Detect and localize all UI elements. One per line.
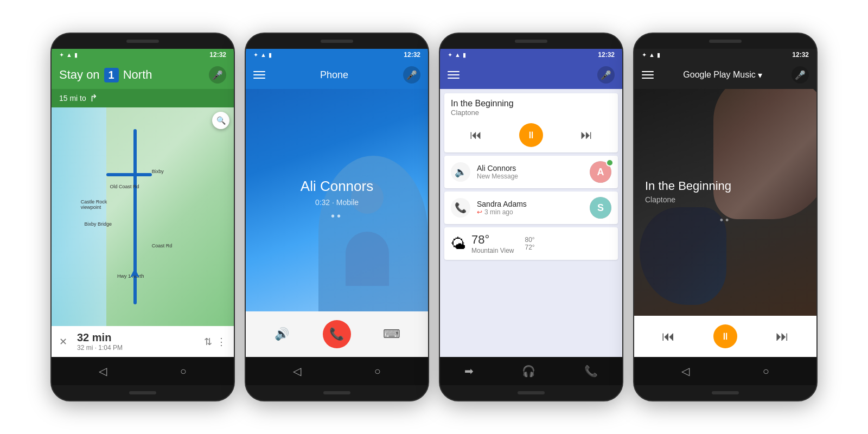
dash-status-time: 12:32: [598, 51, 615, 59]
player-next-button[interactable]: ⏭: [776, 329, 789, 344]
phone-bottom-3: [440, 385, 622, 400]
more-options-icon[interactable]: ⋮: [216, 336, 226, 348]
bottom-speaker-4: [712, 391, 739, 394]
ali-avatar-container: A: [590, 161, 611, 183]
call-status-time: 12:32: [404, 51, 420, 59]
battery-icon-2: ▮: [269, 52, 272, 59]
phone-top-notch: [52, 34, 234, 49]
map-search-button[interactable]: 🔍: [212, 112, 229, 129]
status-bar: ✦ ▲ ▮ 12:32: [52, 49, 234, 61]
dashboard-cards: In the Beginning Claptone ⏮ ⏸ ⏭ 🔈 Ali Co…: [440, 89, 622, 357]
speaker-button[interactable]: 🔊: [268, 320, 296, 348]
call-nav-bar: ◁ ○: [246, 357, 428, 385]
back-nav-icon-2[interactable]: ◁: [293, 365, 301, 378]
phone-music: ✦ ▲ ▮ 12:32 Google Play Music ▾ 🎤: [633, 33, 818, 401]
maps-nav-bar: ◁ ○: [52, 357, 234, 385]
weather-location: Mountain View: [471, 247, 514, 254]
maps-instruction: Stay on 1 North: [59, 68, 203, 82]
map-label-castlerock: Castle Rockviewpoint: [81, 199, 107, 210]
weather-temp: 78°: [471, 233, 514, 247]
music-status-bar: ✦ ▲ ▮ 12:32: [634, 49, 816, 61]
speaker-grill-3: [515, 40, 547, 43]
notification-sandra-card[interactable]: 📞 Sandra Adams ↩ 3 min ago S: [444, 192, 618, 224]
pause-button[interactable]: ⏸: [519, 123, 543, 147]
battery-icon-3: ▮: [463, 52, 466, 59]
dashboard-screen: ✦ ▲ ▮ 12:32 🎤: [440, 49, 622, 385]
keypad-button[interactable]: ⌨: [378, 320, 406, 348]
bottom-speaker: [129, 391, 156, 394]
notification-ali-card[interactable]: 🔈 Ali Connors New Message A: [444, 156, 618, 188]
weather-temp-display: 78° Mountain View: [471, 233, 514, 254]
music-player-header: Google Play Music ▾ 🎤: [634, 61, 816, 89]
music-app-name: Google Play Music ▾: [683, 70, 762, 80]
battery-icon: ▮: [74, 52, 78, 59]
sandra-sub: ↩ 3 min ago: [477, 208, 583, 216]
dash-mic-button[interactable]: 🎤: [597, 66, 615, 84]
music-artist: Claptone: [451, 108, 514, 117]
maps-actions: ⇅ ⋮: [204, 336, 226, 348]
phone-call: ✦ ▲ ▮ 12:32 Phone 🎤: [245, 33, 429, 401]
map-view[interactable]: Old Coast Rd Bixby Castle Rockviewpoint …: [52, 107, 234, 326]
music-card[interactable]: In the Beginning Claptone ⏮ ⏸ ⏭: [444, 93, 618, 152]
call-background: Ali Connors 0:32 · Mobile ••: [246, 89, 428, 311]
dash-menu-button[interactable]: [448, 71, 459, 79]
phones-container: ✦ ▲ ▮ 12:32 Stay on 1 North 🎤 15 mi to ↱: [0, 22, 868, 412]
close-route-button[interactable]: ✕: [59, 336, 67, 348]
bluetooth-icon-2: ✦: [253, 52, 258, 59]
player-prev-button[interactable]: ⏮: [662, 329, 675, 344]
dash-nav-bar: ➡ 🎧 📞: [440, 357, 622, 385]
voice-search-button[interactable]: 🎤: [209, 66, 226, 84]
speaker-grill: [126, 40, 159, 43]
dash-header: 🎤: [440, 61, 622, 89]
call-screen: ✦ ▲ ▮ 12:32 Phone 🎤: [246, 49, 428, 385]
home-nav-icon-2[interactable]: ○: [374, 365, 381, 378]
music-menu-button[interactable]: [642, 71, 654, 79]
dropdown-icon: ▾: [758, 70, 762, 80]
maps-footer: ✕ 32 min 32 mi · 1:04 PM ⇅ ⋮: [52, 326, 234, 357]
speaker-grill-4: [709, 40, 742, 43]
phone-maps: ✦ ▲ ▮ 12:32 Stay on 1 North 🎤 15 mi to ↱: [50, 33, 235, 401]
prev-track-button[interactable]: ⏮: [470, 128, 482, 142]
map-label-hwy1: Hwy 1 North: [117, 273, 144, 279]
status-time: 12:32: [209, 51, 226, 59]
phone-bottom: [52, 385, 234, 400]
phone-top-notch-3: [440, 34, 622, 49]
phone-top-notch-4: [634, 34, 816, 49]
back-nav-icon[interactable]: ◁: [99, 365, 107, 378]
music-player-screen: ✦ ▲ ▮ 12:32 Google Play Music ▾ 🎤: [634, 49, 816, 385]
status-icons: ✦ ▲ ▮: [59, 52, 78, 59]
map-label-oldcoast: Old Coast Rd: [110, 184, 139, 189]
ali-sub: New Message: [477, 173, 583, 180]
menu-button[interactable]: [253, 71, 265, 79]
route-badge: 1: [104, 68, 119, 82]
bluetooth-icon-3: ✦: [448, 52, 452, 59]
navigation-icon[interactable]: ➡: [464, 365, 474, 378]
status-icons-4: ✦ ▲ ▮: [642, 52, 660, 59]
music-mic-button[interactable]: 🎤: [792, 66, 809, 84]
player-pause-button[interactable]: ⏸: [713, 324, 737, 348]
map-label-coastrd: Coast Rd: [152, 243, 173, 248]
back-nav-icon-4[interactable]: ◁: [681, 365, 690, 378]
speaker-grill-2: [321, 40, 353, 43]
route-options-icon[interactable]: ⇅: [204, 336, 212, 348]
signal-icon: ▲: [66, 52, 72, 58]
signal-icon-2: ▲: [260, 52, 266, 58]
weather-card[interactable]: 🌤 78° Mountain View 80° 72°: [444, 227, 618, 260]
phone-bottom-4: [634, 385, 816, 400]
sandra-content: Sandra Adams ↩ 3 min ago: [477, 200, 583, 216]
phone-nav-icon[interactable]: 📞: [584, 365, 598, 378]
home-nav-icon[interactable]: ○: [180, 365, 187, 378]
call-status-bar: ✦ ▲ ▮ 12:32: [246, 49, 428, 61]
caller-name: Ali Connors: [301, 178, 373, 195]
player-song-info: In the Beginning Claptone: [634, 179, 816, 204]
call-mic-button[interactable]: 🎤: [403, 66, 420, 84]
dash-status-bar: ✦ ▲ ▮ 12:32: [440, 49, 622, 61]
home-nav-icon-4[interactable]: ○: [763, 365, 769, 378]
headphones-icon[interactable]: 🎧: [522, 365, 535, 378]
player-dots: ••: [720, 215, 731, 226]
weather-high: 80°: [525, 236, 535, 244]
signal-icon-4: ▲: [649, 52, 655, 58]
direction-text: North: [123, 68, 152, 82]
hangup-button[interactable]: 📞: [323, 320, 351, 348]
next-track-button[interactable]: ⏭: [580, 128, 592, 142]
